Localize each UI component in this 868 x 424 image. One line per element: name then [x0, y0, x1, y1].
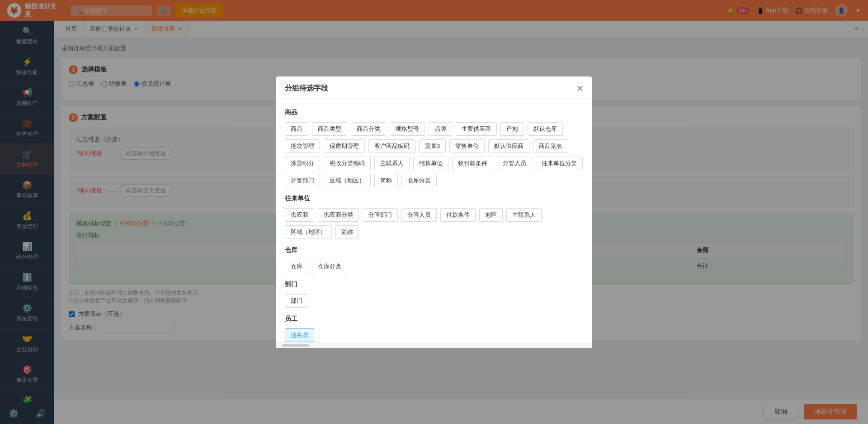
field-tag-partner-category[interactable]: 往来单位分类: [536, 157, 583, 170]
field-tag-settlement-unit[interactable]: 结算单位: [413, 157, 448, 170]
field-tag-manager[interactable]: 分管人员: [497, 157, 532, 170]
field-tag-warehouse[interactable]: 仓库: [285, 260, 308, 273]
section-title-department: 部门: [285, 281, 583, 289]
field-tag-origin[interactable]: 产地: [500, 122, 524, 136]
field-tag-warehouse-cat[interactable]: 仓库分类: [312, 260, 347, 273]
field-tag-area[interactable]: 地区: [479, 208, 503, 222]
field-tag-default-supplier[interactable]: 默认供应商: [488, 139, 529, 153]
field-tag-manage-person[interactable]: 分管人员: [401, 208, 437, 222]
field-tag-goods-alias[interactable]: 商品别名: [533, 139, 568, 153]
field-tag-brand[interactable]: 品牌: [429, 122, 452, 136]
field-tag-main-supplier[interactable]: 主要供应商: [456, 122, 497, 136]
section-title-partner: 往来单位: [285, 195, 583, 203]
field-tags-department: 部门: [285, 294, 583, 308]
field-tag-main-contact2[interactable]: 主联系人: [506, 208, 542, 222]
field-tag-customer-code[interactable]: 客户商品编码: [368, 139, 415, 153]
field-tag-tax-code[interactable]: 税收分类编码: [324, 157, 371, 170]
field-tag-default-warehouse[interactable]: 默认仓库: [528, 122, 563, 136]
field-tag-pick-score[interactable]: 拣货积分: [285, 157, 320, 170]
field-tags-warehouse: 仓库 仓库分类: [285, 260, 583, 273]
field-tag-payment-cond[interactable]: 付款条件: [440, 208, 476, 222]
field-tag-weight3[interactable]: 重量3: [419, 139, 446, 153]
field-tag-goods-category[interactable]: 商品分类: [351, 122, 386, 136]
field-tag-supplier-category[interactable]: 供应商分类: [318, 208, 359, 222]
scrollbar-thumb: [282, 344, 309, 347]
modal-overlay: 分组待选字段 ✕ 商品 商品 商品类型 商品分类 规格型号 品牌 主要供应商 产…: [0, 0, 868, 424]
field-tag-region[interactable]: 区域（地区）: [324, 174, 371, 187]
field-tag-warehouse-category[interactable]: 仓库分类: [401, 174, 437, 187]
field-tag-salesperson[interactable]: 业务员: [285, 329, 314, 342]
field-tag-payment-terms[interactable]: 收付款条件: [452, 157, 493, 170]
field-tag-dept[interactable]: 分管部门: [285, 174, 320, 187]
field-tag-batch-mgmt[interactable]: 批次管理: [285, 139, 320, 153]
field-tags-partner: 供应商 供应商分类 分管部门 分管人员 付款条件 地区 主联系人 区域（地区） …: [285, 208, 583, 239]
modal: 分组待选字段 ✕ 商品 商品 商品类型 商品分类 规格型号 品牌 主要供应商 产…: [276, 76, 592, 348]
field-tag-supplier[interactable]: 供应商: [285, 208, 314, 222]
field-tag-main-contact[interactable]: 主联系人: [374, 157, 410, 170]
modal-body: 商品 商品 商品类型 商品分类 规格型号 品牌 主要供应商 产地 默认仓库 批次…: [276, 100, 592, 343]
field-tag-spec-model[interactable]: 规格型号: [390, 122, 425, 136]
field-tag-department[interactable]: 部门: [285, 294, 308, 308]
field-tags-goods: 商品 商品类型 商品分类 规格型号 品牌 主要供应商 产地 默认仓库 批次管理 …: [285, 122, 583, 187]
field-tag-goods-type[interactable]: 商品类型: [312, 122, 347, 136]
field-tags-employee: 业务员: [285, 329, 583, 342]
section-title-goods: 商品: [285, 109, 583, 117]
field-tag-region2[interactable]: 区域（地区）: [285, 225, 332, 239]
modal-horizontal-scrollbar[interactable]: [276, 343, 592, 348]
field-tag-short-name[interactable]: 简称: [374, 174, 398, 187]
section-title-warehouse: 仓库: [285, 246, 583, 254]
modal-close-button[interactable]: ✕: [576, 84, 583, 94]
field-tag-expiry-mgmt[interactable]: 保质期管理: [324, 139, 365, 153]
section-title-employee: 员工: [285, 315, 583, 323]
field-tag-short-name2[interactable]: 简称: [335, 225, 359, 239]
field-tag-retail-unit[interactable]: 零售单位: [449, 139, 485, 153]
modal-header: 分组待选字段 ✕: [276, 76, 592, 100]
field-tag-goods[interactable]: 商品: [285, 122, 308, 136]
field-tag-manage-dept[interactable]: 分管部门: [363, 208, 398, 222]
modal-title: 分组待选字段: [285, 84, 328, 93]
